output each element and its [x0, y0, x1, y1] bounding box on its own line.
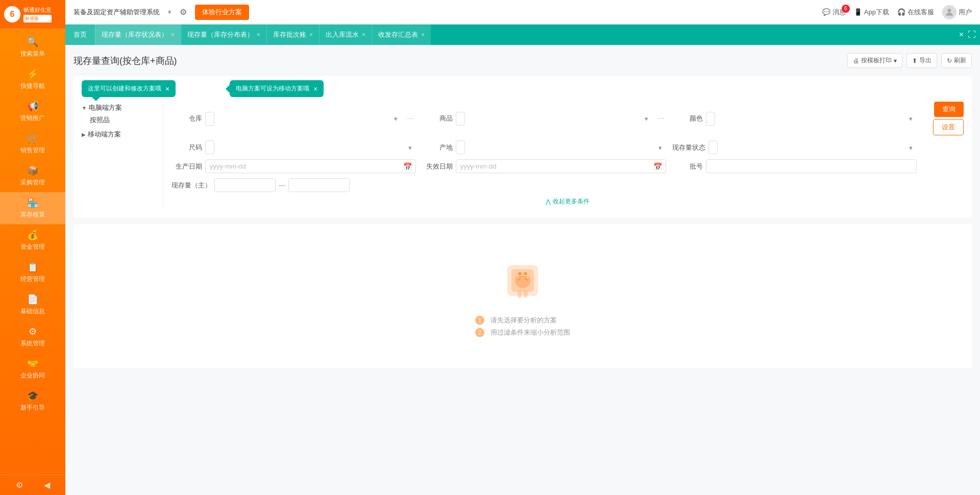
size-select[interactable] [205, 140, 214, 154]
system-name: 装备及固定资产辅助管理系统 [74, 8, 160, 17]
app-download-button[interactable]: 📱 App下载 [854, 8, 889, 17]
sidebar-item-label: 基础信息 [20, 307, 45, 316]
tab-close-inventory-dist[interactable]: × [257, 31, 260, 38]
sidebar-item-search-menu[interactable]: 🔍 搜索菜单 [0, 31, 65, 63]
brand-badge: 标准版 [23, 15, 52, 22]
sidebar-item-quick-nav[interactable]: ⚡ 快捷导航 [0, 63, 65, 96]
sidebar-item-system[interactable]: ⚙ 系统管理 [0, 321, 65, 353]
sidebar-item-label: 营销推广 [20, 114, 45, 123]
pc-expand-icon: ▼ [82, 105, 87, 111]
brand-name: 畅通好生意 [23, 6, 52, 13]
filter-cell-exp-date: 失效日期 📅 [422, 159, 667, 173]
settings-button[interactable]: 设置 [933, 119, 964, 135]
svg-rect-9 [519, 276, 527, 277]
online-support-button[interactable]: 🎧 在线客服 [897, 8, 934, 17]
headset-icon: 🎧 [897, 8, 905, 16]
tab-close-in-out-flow[interactable]: × [362, 31, 365, 38]
collapse-label: 收起更多条件 [553, 197, 590, 206]
tab-close-receive-summary[interactable]: × [421, 31, 425, 38]
filter-fields: 仓库 ··· 商品 [172, 102, 964, 210]
scheme-item-label: 按照品 [90, 115, 110, 125]
industry-solution-button[interactable]: 体验行业方案 [195, 5, 249, 20]
user-label: 用户 [959, 8, 972, 17]
tab-inventory-status[interactable]: 现存量（库存状况表） × [95, 25, 181, 45]
tooltip2-close[interactable]: × [165, 85, 169, 93]
warehouse-select-wrap [205, 112, 402, 126]
enterprise-icon: 🤝 [27, 358, 38, 369]
exp-date-from-wrap: 📅 [456, 159, 667, 173]
tooltip-pc-scheme: 电脑方案可设为移动方案哦 × [230, 80, 324, 97]
filter-cell-warehouse: 仓库 ··· [172, 112, 416, 126]
sidebar-item-purchase[interactable]: 📦 采购管理 [0, 160, 65, 192]
sidebar-item-enterprise[interactable]: 🤝 企业协同 [0, 353, 65, 385]
top-header: 装备及固定资产辅助管理系统 ▾ ⚙ 体验行业方案 💬 消息 6 📱 App下载 … [65, 0, 980, 25]
goods-select[interactable] [456, 112, 465, 126]
warehouse-more-btn[interactable]: ··· [405, 114, 415, 123]
collapse-row: ⋀ 收起更多条件 [172, 197, 964, 206]
tab-close-batch-account[interactable]: × [309, 31, 313, 38]
sidebar-item-basic-info[interactable]: 📄 基础信息 [0, 289, 65, 321]
tab-in-out-flow[interactable]: 出入库流水 × [319, 25, 372, 45]
message-icon: 💬 [822, 8, 830, 16]
search-button[interactable]: 查询 [934, 102, 964, 117]
purchase-icon: 📦 [27, 165, 38, 176]
print-dropdown-icon: ▾ [894, 57, 897, 64]
stock-status-select[interactable] [708, 140, 718, 154]
mfg-date-calendar-icon[interactable]: 📅 [403, 162, 412, 171]
scheme-item-product[interactable]: 按照品 [90, 114, 157, 126]
warehouse-select[interactable] [205, 112, 214, 126]
color-select[interactable] [706, 112, 715, 126]
sidebar-item-label: 系统管理 [20, 339, 45, 348]
sidebar-collapse-icon[interactable]: ◀ [44, 480, 50, 490]
basic-info-icon: 📄 [27, 294, 38, 305]
scheme-pc-header[interactable]: ▼ 电脑端方案 [82, 102, 157, 114]
filter-panel: 按以下方案查询 + ⊙ ← 电脑方案可设为移动方案哦 × [74, 76, 972, 218]
tab-receive-summary[interactable]: 收发存汇总表 × [372, 25, 431, 45]
tip-num-2: 2 [475, 328, 484, 337]
empty-illustration [492, 255, 553, 308]
goods-more-btn[interactable]: ··· [655, 114, 666, 123]
tab-fullscreen-icon[interactable]: ⛶ [968, 30, 976, 39]
sidebar-item-inventory[interactable]: 🏪 库存核算 [0, 192, 65, 224]
export-button[interactable]: ⬆ 导出 [906, 53, 937, 68]
pc-scheme-label: 电脑端方案 [89, 103, 122, 112]
sidebar-item-operations[interactable]: 📋 经营管理 [0, 256, 65, 289]
sidebar-logo: 6 畅通好生意 标准版 [0, 0, 65, 29]
exp-date-calendar-icon[interactable]: 📅 [653, 162, 662, 171]
goods-select-wrap [456, 112, 652, 126]
sidebar-item-sales[interactable]: 🛒 销售管理 [0, 128, 65, 160]
sidebar-item-label: 经营管理 [20, 275, 45, 284]
tab-inventory-dist[interactable]: 现存量（库存分布表） × [181, 25, 266, 45]
batch-input[interactable] [706, 159, 917, 173]
collapse-button[interactable]: ⋀ 收起更多条件 [546, 197, 590, 206]
scheme-mobile-header[interactable]: ▶ 移动端方案 [82, 128, 157, 140]
mfg-date-from[interactable] [205, 159, 416, 173]
sidebar-settings-icon[interactable]: ⚙ [16, 480, 23, 490]
sidebar-item-finance[interactable]: 💰 资金管理 [0, 224, 65, 256]
tab-batch-account[interactable]: 库存批次账 × [266, 25, 319, 45]
goods-label: 商品 [422, 114, 453, 123]
tooltip1-close[interactable]: × [313, 85, 317, 93]
user-menu-button[interactable]: 用户 [942, 5, 972, 19]
tab-close-all-icon[interactable]: × [959, 30, 964, 39]
sidebar-item-label: 新手引导 [20, 404, 45, 412]
sidebar-item-label: 搜索菜单 [20, 50, 45, 58]
header-dropdown-icon[interactable]: ▾ [168, 8, 172, 16]
tooltip1-text: 电脑方案可设为移动方案哦 [236, 84, 309, 93]
filter-cell-stock-main: 现存量（主） — [172, 178, 964, 192]
sidebar-item-guide[interactable]: 🎓 新手引导 [0, 385, 65, 417]
message-button[interactable]: 💬 消息 6 [822, 8, 846, 17]
header-gear-icon[interactable]: ⚙ [180, 7, 187, 17]
stock-main-to[interactable] [288, 178, 350, 192]
tooltip2-text: 这里可以创建和修改方案哦 [88, 84, 161, 93]
sidebar-item-marketing[interactable]: 📢 营销推广 [0, 96, 65, 128]
stock-main-from[interactable] [214, 178, 276, 192]
tab-close-inventory-status[interactable]: × [171, 31, 175, 38]
mobile-icon: 📱 [854, 8, 862, 16]
tab-home[interactable]: 首页 [65, 25, 95, 45]
print-template-button[interactable]: 🖨 按模板打印 ▾ [847, 53, 902, 68]
exp-date-from[interactable] [456, 159, 667, 173]
color-select-wrap [706, 112, 917, 126]
origin-select[interactable] [456, 140, 465, 154]
refresh-button[interactable]: ↻ 刷新 [941, 53, 972, 68]
